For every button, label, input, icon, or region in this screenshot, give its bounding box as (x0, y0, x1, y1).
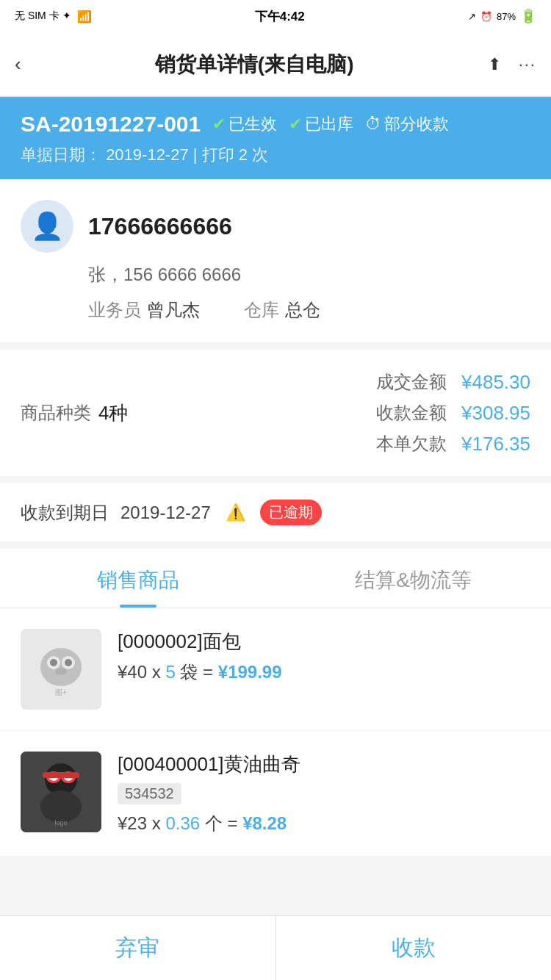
svg-point-5 (65, 659, 72, 666)
product-item: 图+ [0000002]面包 ¥40 x 5 袋 = ¥199.99 (0, 608, 551, 731)
avatar: 👤 (21, 200, 73, 253)
product-item: logo [000400001]黄油曲奇 534532 ¥23 x 0.36 个… (0, 731, 551, 857)
tab-sales-products[interactable]: 销售商品 (0, 549, 276, 608)
svg-text:logo: logo (54, 819, 67, 826)
product-info-1: [0000002]面包 ¥40 x 5 袋 = ¥199.99 (118, 629, 530, 684)
svg-rect-15 (43, 772, 79, 778)
customer-contact: 张，156 6666 6666 (21, 263, 530, 287)
svg-point-1 (40, 648, 82, 686)
transaction-amount: 成交金额 ¥485.30 (376, 370, 530, 394)
check-icon-1: ✔ (212, 115, 226, 134)
product-price-1: ¥40 x 5 袋 = ¥199.99 (118, 660, 530, 684)
summary-card: 商品种类 4种 成交金额 ¥485.30 收款金额 ¥308.95 本单欠款 ¥… (0, 350, 551, 476)
status-bar: 无 SIM 卡 ✦ 📶 下午4:42 ↗ ⏰ 87% 🔋 (0, 0, 551, 32)
order-id: SA-20191227-001 (21, 112, 201, 137)
cancel-review-button[interactable]: 弃审 (0, 916, 276, 980)
product-types: 商品种类 4种 (21, 400, 128, 426)
share-icon[interactable]: ⬆ (488, 55, 501, 74)
clock-icon: ⏱ (365, 115, 381, 134)
battery-level: 87% (497, 11, 516, 22)
svg-point-4 (50, 659, 57, 666)
nav-actions: ⬆ ··· (488, 55, 536, 74)
product-list: 图+ [0000002]面包 ¥40 x 5 袋 = ¥199.99 (0, 608, 551, 857)
wifi-icon: 📶 (77, 10, 92, 24)
customer-card: 👤 17666666666 张，156 6666 6666 业务员 曾凡杰 仓库… (0, 179, 551, 342)
due-date-card: 收款到期日 2019-12-27 ⚠️ 已逾期 (0, 483, 551, 541)
nav-bar: ‹ 销货单详情(来自电脑) ⬆ ··· (0, 32, 551, 97)
tabs: 销售商品 结算&物流等 (0, 549, 551, 608)
bottom-toolbar: 弃审 收款 (0, 915, 551, 980)
check-icon-2: ✔ (289, 115, 302, 134)
warehouse: 仓库 总仓 (244, 298, 320, 322)
status-effected: ✔ 已生效 (212, 113, 277, 135)
overdue-warning-icon: ⚠️ (226, 503, 245, 522)
svg-text:图+: 图+ (55, 688, 67, 696)
more-icon[interactable]: ··· (519, 55, 536, 74)
salesperson: 业务员 曾凡杰 (88, 298, 200, 322)
payment-button[interactable]: 收款 (276, 916, 552, 980)
svg-point-10 (40, 790, 82, 823)
status-right: ↗ ⏰ 87% 🔋 (468, 8, 536, 24)
product-thumbnail-1: 图+ (21, 629, 101, 710)
customer-meta: 业务员 曾凡杰 仓库 总仓 (21, 298, 530, 322)
overdue-badge: 已逾期 (260, 500, 322, 525)
location-icon: ↗ (468, 11, 476, 22)
sim-label: 无 SIM 卡 ✦ (15, 10, 71, 23)
alarm-icon: ⏰ (480, 11, 492, 22)
product-info-2: [000400001]黄油曲奇 534532 ¥23 x 0.36 个 = ¥8… (118, 752, 530, 835)
battery-icon: 🔋 (520, 8, 536, 24)
page-title: 销货单详情(来自电脑) (155, 51, 354, 79)
customer-name: 17666666666 (88, 213, 232, 240)
status-partial-payment: ⏱ 部分收款 (365, 113, 449, 135)
svg-point-6 (55, 668, 67, 675)
status-shipped: ✔ 已出库 (289, 113, 353, 135)
order-banner: SA-20191227-001 ✔ 已生效 ✔ 已出库 ⏱ 部分收款 单据日期：… (0, 97, 551, 179)
debt-amount: 本单欠款 ¥176.35 (376, 432, 530, 455)
status-left: 无 SIM 卡 ✦ 📶 (15, 10, 92, 24)
product-price-2: ¥23 x 0.36 个 = ¥8.28 (118, 812, 530, 835)
order-date-row: 单据日期： 2019-12-27 | 打印 2 次 (21, 144, 530, 166)
received-amount: 收款金额 ¥308.95 (376, 401, 530, 425)
user-icon: 👤 (31, 211, 64, 242)
product-thumbnail-2: logo (21, 752, 101, 832)
status-time: 下午4:42 (255, 8, 305, 25)
back-button[interactable]: ‹ (15, 53, 21, 76)
product-name-1: [0000002]面包 (118, 629, 530, 655)
product-sku-badge: 534532 (118, 783, 530, 812)
product-name-2: [000400001]黄油曲奇 (118, 752, 530, 777)
tab-settlement-logistics[interactable]: 结算&物流等 (276, 549, 551, 608)
